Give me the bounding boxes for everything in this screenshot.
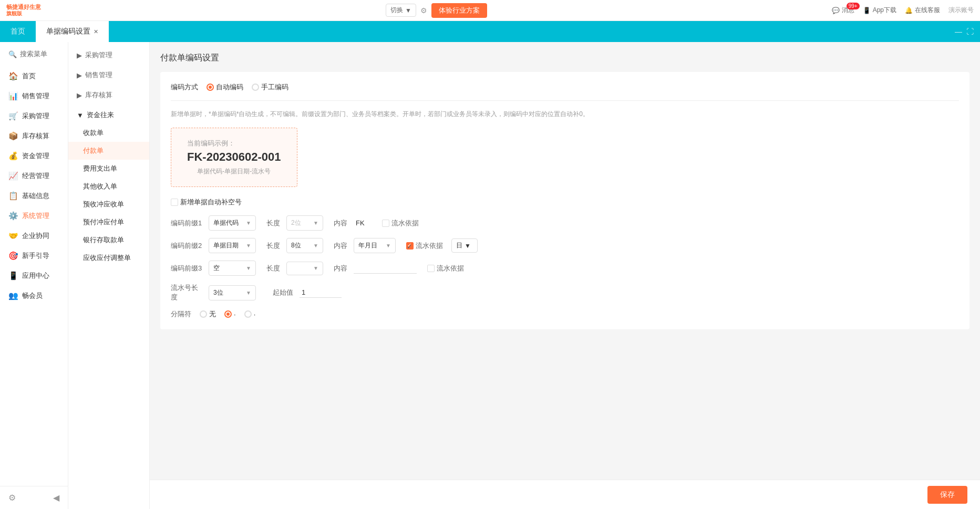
length2-select[interactable]: 8位 ▼ — [286, 238, 323, 253]
prefix3-select[interactable]: 空 ▼ — [209, 261, 256, 276]
tab-close-icon[interactable]: ✕ — [94, 28, 98, 35]
sep-radio-dot2[interactable]: · — [244, 310, 256, 318]
length2-arrow-icon: ▼ — [313, 243, 318, 248]
sub-item-expense[interactable]: 费用支出单 — [68, 160, 149, 178]
length3-label: 长度 — [266, 264, 280, 273]
sidebar-item-enterprise[interactable]: 🤝 企业协同 — [0, 226, 68, 246]
sidebar-item-sales[interactable]: 📊 销售管理 — [0, 86, 68, 106]
sidebar-item-system[interactable]: ⚙️ 系统管理 — [0, 206, 68, 226]
form-row-2: 编码前缀2 单据日期 ▼ 长度 8位 ▼ 内容 年月日 — [171, 238, 959, 253]
info-text: 新增单据时，*单据编码*自动生成，不可编辑。前缀设置为部门、业务员等档案类。开单… — [171, 109, 959, 119]
sidebar-footer: ⚙ ◀ — [0, 486, 68, 509]
sidebar-item-basics[interactable]: 📋 基础信息 — [0, 186, 68, 206]
message-icon: 💬 — [832, 7, 840, 14]
content3-input[interactable] — [354, 263, 417, 274]
settings-bottom-icon[interactable]: ⚙ — [8, 493, 16, 503]
stream3-checkbox-box — [427, 265, 435, 272]
autofill-row: 新增单据自动补空号 — [171, 198, 959, 207]
trial-button[interactable]: 体验行业方案 — [431, 3, 487, 18]
preview-desc: 单据代码-单据日期-流水号 — [187, 167, 281, 176]
preview-box: 当前编码示例： FK-20230602-001 单据代码-单据日期-流水号 — [171, 128, 297, 187]
finance-icon: 💰 — [8, 151, 18, 161]
sep-radio-dot[interactable]: · — [224, 310, 236, 318]
sub-group-capital-header[interactable]: ▼ 资金往来 — [68, 106, 149, 124]
prefix1-select[interactable]: 单据代码 ▼ — [209, 215, 256, 231]
stream1-checkbox[interactable]: 流水依据 — [382, 219, 419, 228]
sidebar-nav: 🏠 首页 📊 销售管理 🛒 采购管理 📦 库存核算 💰 资金管理 — [0, 66, 68, 486]
prefix2-select[interactable]: 单据日期 ▼ — [209, 238, 256, 253]
dropdown-button[interactable]: 切换 ▼ — [386, 4, 416, 17]
autofill-checkbox[interactable]: 新增单据自动补空号 — [171, 198, 242, 207]
nav-tabs-bar: 首页 单据编码设置 ✕ — ⛶ — [0, 21, 980, 42]
online-service-area[interactable]: 🔔 在线客服 — [905, 6, 940, 15]
length1-select[interactable]: 2位 ▼ — [286, 215, 323, 231]
length3-arrow-icon: ▼ — [313, 265, 318, 271]
length2-label: 长度 — [266, 241, 280, 251]
radio-manual-encode[interactable]: 手工编码 — [252, 82, 288, 92]
autofill-checkbox-box — [171, 199, 178, 206]
radio-group-encode: 自动编码 手工编码 — [207, 82, 288, 92]
sub-item-pre-payment-offset[interactable]: 预付冲应付单 — [68, 213, 149, 231]
radio-auto-encode[interactable]: 自动编码 — [207, 82, 243, 92]
separator-label: 分隔符 — [171, 309, 191, 319]
stream3-checkbox[interactable]: 流水依据 — [427, 264, 464, 273]
sub-group-sales-header[interactable]: ▶ 销售管理 — [68, 66, 149, 84]
message-badge: 99+ — [847, 3, 860, 9]
sub-group-purchase-header[interactable]: ▶ 采购管理 — [68, 46, 149, 64]
tab-home[interactable]: 首页 — [0, 21, 36, 42]
sidebar-item-guide[interactable]: 🎯 新手引导 — [0, 246, 68, 266]
search-menu-item[interactable]: 🔍 搜索菜单 — [4, 46, 64, 62]
prefix2-arrow-icon: ▼ — [246, 243, 251, 248]
sub-item-receipt[interactable]: 收款单 — [68, 124, 149, 142]
purchase-icon: 🛒 — [8, 111, 18, 121]
sub-group-inventory-header[interactable]: ▶ 库存核算 — [68, 86, 149, 104]
stream2-unit-select[interactable]: 日 ▼ — [451, 238, 478, 253]
radio-dot-manual — [252, 84, 259, 91]
sub-item-bank[interactable]: 银行存取款单 — [68, 231, 149, 249]
settings-card: 编码方式 自动编码 手工编码 — [160, 72, 969, 329]
sidebar-item-operations[interactable]: 📈 经营管理 — [0, 166, 68, 186]
member-icon: 👥 — [8, 291, 18, 300]
sidebar-item-apps[interactable]: 📱 应用中心 — [0, 266, 68, 286]
sub-group-capital: ▼ 资金往来 收款单 付款单 费用支出单 其他收入单 预收冲应收单 — [68, 106, 149, 267]
sidebar-search: 🔍 搜索菜单 — [0, 42, 68, 66]
chevron-down-icon: ▼ — [405, 7, 411, 14]
sub-item-income[interactable]: 其他收入单 — [68, 178, 149, 195]
serial-length-arrow-icon: ▼ — [246, 290, 251, 296]
footer-bar: 保存 — [150, 480, 980, 509]
content3-label: 内容 — [334, 264, 347, 273]
sidebar-item-inventory[interactable]: 📦 库存核算 — [0, 126, 68, 146]
app-download-area[interactable]: 📱 App下载 — [863, 6, 896, 15]
start-value-input[interactable] — [300, 287, 342, 298]
sub-item-adjust[interactable]: 应收应付调整单 — [68, 249, 149, 267]
system-icon: ⚙️ — [8, 211, 18, 221]
sidebar-item-purchase[interactable]: 🛒 采购管理 — [0, 106, 68, 126]
encode-mode-label: 编码方式 — [171, 82, 198, 92]
minimize-icon[interactable]: — — [955, 27, 962, 36]
collapse-icon[interactable]: ◀ — [53, 493, 59, 503]
serial-length-select[interactable]: 3位 ▼ — [209, 285, 256, 300]
arrow-right-icon2: ▶ — [77, 71, 82, 79]
preview-code: FK-20230602-001 — [187, 150, 281, 164]
home-icon: 🏠 — [8, 71, 18, 81]
sep-radio-none[interactable]: 无 — [200, 309, 216, 319]
header-left: 畅捷通好生意 旗舰版 — [6, 4, 41, 17]
content2-select[interactable]: 年月日 ▼ — [354, 238, 396, 253]
sidebar-item-finance[interactable]: 💰 资金管理 — [0, 146, 68, 166]
length3-select[interactable]: ▼ — [286, 262, 323, 275]
maximize-icon[interactable]: ⛶ — [966, 27, 974, 36]
sub-item-payment[interactable]: 付款单 — [68, 142, 149, 160]
prefix3-arrow-icon: ▼ — [246, 265, 251, 271]
sub-item-pre-receipt-offset[interactable]: 预收冲应收单 — [68, 195, 149, 213]
save-button[interactable]: 保存 — [927, 486, 967, 504]
message-area[interactable]: 💬 消息 99+ — [832, 6, 854, 15]
stream2-checkbox[interactable]: ✓ 流水依据 — [406, 241, 443, 251]
guide-icon: 🎯 — [8, 251, 18, 261]
length1-arrow-icon: ▼ — [313, 220, 318, 226]
operations-icon: 📈 — [8, 171, 18, 181]
tab-encode-settings[interactable]: 单据编码设置 ✕ — [36, 21, 109, 42]
settings-icon[interactable]: ⚙ — [420, 6, 427, 15]
sidebar-item-home[interactable]: 🏠 首页 — [0, 66, 68, 86]
prefix2-label: 编码前缀2 — [171, 241, 202, 251]
sidebar-item-member[interactable]: 👥 畅会员 — [0, 286, 68, 306]
